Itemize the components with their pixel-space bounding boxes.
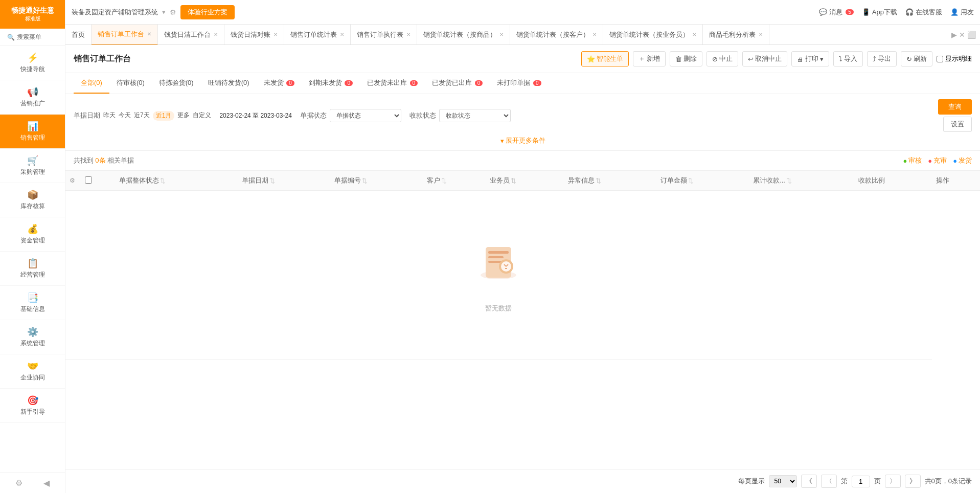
tab-close-icon[interactable]: ✕ — [406, 32, 411, 37]
col-checkbox — [81, 171, 115, 191]
subtab-not-shipped[interactable]: 未发货 0 — [257, 73, 302, 94]
ship-action-button[interactable]: ● 发货 — [953, 156, 972, 165]
date-more[interactable]: 更多 — [177, 111, 190, 121]
sort-exception[interactable]: 异常信息 ⇅ — [568, 176, 652, 185]
date-7days[interactable]: 近7天 — [134, 111, 150, 121]
per-page-select[interactable]: 50 20 100 — [769, 475, 797, 487]
sort-customer[interactable]: 客户 ⇅ — [427, 176, 482, 185]
subtab-expired-label: 到期未发货 — [309, 79, 342, 86]
sidebar-item-basic[interactable]: 📑 基础信息 — [0, 286, 65, 320]
tab-scroll-right-icon[interactable]: ▶ — [951, 31, 957, 39]
settings-icon[interactable]: ⚙ — [15, 478, 22, 488]
delete-button[interactable]: 🗑 删除 — [670, 51, 702, 66]
tab-close-icon[interactable]: ✕ — [147, 31, 151, 37]
sidebar-item-inventory[interactable]: 📦 库存核算 — [0, 183, 65, 217]
online-service-button[interactable]: 🎧 在线客服 — [905, 8, 942, 17]
subtab-wangpu[interactable]: 旺铺待发货(0) — [201, 73, 257, 94]
tab-sales-workbench[interactable]: 销售订单工作台 ✕ — [92, 25, 158, 45]
sidebar-item-sales[interactable]: 📊 销售管理 — [0, 115, 65, 149]
subtab-all[interactable]: 全部(0) — [74, 73, 109, 94]
tab-sales-exec[interactable]: 销售订单执行表 ✕ — [351, 25, 417, 45]
export-button[interactable]: ⤴ 导出 — [867, 51, 897, 66]
tab-close-icon[interactable]: ✕ — [274, 32, 278, 37]
app-download-button[interactable]: 📱 App下载 — [862, 8, 897, 17]
tab-close-all-icon[interactable]: ✕ — [959, 31, 965, 39]
subtab-pending-inspect[interactable]: 待拣验货(0) — [152, 73, 201, 94]
status-select[interactable]: 单据状态 — [330, 109, 401, 122]
stop-button[interactable]: ⊘ 中止 — [706, 51, 738, 66]
payment-select[interactable]: 收款状态 — [439, 109, 511, 122]
tab-close-icon[interactable]: ✕ — [592, 32, 597, 37]
prev-page-button[interactable]: 〈 — [821, 475, 837, 488]
tab-cash-daily[interactable]: 钱货日清工作台 ✕ — [158, 25, 224, 45]
sort-number[interactable]: 单据编号 ⇅ — [334, 176, 419, 185]
tab-fullscreen-icon[interactable]: ⬜ — [967, 31, 976, 39]
date-1month[interactable]: 近1月 — [153, 111, 175, 121]
tab-close-icon[interactable]: ✕ — [499, 32, 504, 37]
sidebar-item-quick-nav[interactable]: ⚡ 快捷导航 — [0, 46, 65, 80]
subtab-shipped-not-out[interactable]: 已发货未出库 0 — [360, 73, 425, 94]
show-detail-checkbox[interactable]: 显示明细 — [937, 54, 972, 63]
sort-status[interactable]: 单据整体状态 ⇅ — [119, 176, 234, 185]
tab-home[interactable]: 首页 — [65, 25, 92, 45]
unreview-action-button[interactable]: ● 充审 — [928, 156, 947, 165]
col-gear[interactable]: ⚙ — [65, 171, 81, 191]
date-today[interactable]: 今天 — [119, 111, 131, 121]
message-button[interactable]: 💬 消息 5 — [819, 8, 854, 17]
print-icon: 🖨 — [797, 55, 804, 63]
tab-close-icon[interactable]: ✕ — [214, 32, 218, 37]
cancel-stop-button[interactable]: ↩ 取消中止 — [742, 51, 787, 66]
solution-button[interactable]: 体验行业方案 — [180, 5, 235, 19]
page-suffix: 页 — [874, 477, 881, 486]
collapse-icon[interactable]: ◀ — [43, 478, 50, 488]
sort-date[interactable]: 单据日期 ⇅ — [242, 176, 326, 185]
sidebar-item-operation[interactable]: 📋 经营管理 — [0, 252, 65, 286]
tab-product-margin[interactable]: 商品毛利分析表 ✕ — [703, 25, 769, 45]
first-page-button[interactable]: 《 — [801, 475, 817, 488]
sort-staff[interactable]: 业务员 ⇅ — [490, 176, 559, 185]
new-button[interactable]: ＋ 新增 — [633, 51, 666, 66]
topbar-gear-icon[interactable]: ⚙ — [170, 8, 176, 16]
date-custom[interactable]: 自定义 — [193, 111, 211, 121]
subtab-not-printed[interactable]: 未打印单据 0 — [490, 73, 548, 94]
next-page-button[interactable]: 〉 — [885, 475, 901, 488]
subtab-shipped-out[interactable]: 已发货已出库 0 — [425, 73, 490, 94]
sidebar-item-purchase[interactable]: 🛒 采购管理 — [0, 149, 65, 183]
page-number-input[interactable] — [852, 476, 870, 487]
tab-sales-stat-product[interactable]: 销货单统计表（按商品） ✕ — [417, 25, 510, 45]
sidebar-item-system[interactable]: ⚙️ 系统管理 — [0, 320, 65, 354]
sidebar-item-guide[interactable]: 🎯 新手引导 — [0, 389, 65, 423]
sidebar-item-marketing[interactable]: 📢 营销推广 — [0, 80, 65, 115]
select-all-checkbox[interactable] — [85, 176, 92, 184]
refresh-button[interactable]: ↻ 刷新 — [901, 51, 932, 66]
sidebar-search[interactable]: 🔍 搜索菜单 — [0, 29, 65, 46]
date-range-filter: 2023-02-24 至 2023-03-24 — [219, 111, 291, 120]
tab-cash-reconcile[interactable]: 钱货日清对账 ✕ — [224, 25, 284, 45]
tab-sales-stat-staff[interactable]: 销货单统计表（按业务员） ✕ — [603, 25, 703, 45]
col-staff-label: 业务员 — [490, 176, 510, 185]
sidebar-item-finance[interactable]: 💰 资金管理 — [0, 217, 65, 252]
sidebar-item-enterprise[interactable]: 🤝 企业协同 — [0, 354, 65, 389]
expand-filter-button[interactable]: ▾ 展开更多条件 — [500, 136, 545, 145]
tab-sales-stat[interactable]: 销售订单统计表 ✕ — [284, 25, 351, 45]
query-button[interactable]: 查询 — [938, 99, 972, 115]
user-menu-button[interactable]: 👤 用友 — [950, 8, 974, 17]
set-button[interactable]: 设置 — [943, 117, 972, 132]
import-button[interactable]: ⤵ 导入 — [833, 51, 863, 66]
topbar-dropdown-icon[interactable]: ▾ — [162, 8, 166, 16]
sort-received[interactable]: 累计收款... ⇅ — [753, 176, 850, 185]
tab-close-icon[interactable]: ✕ — [340, 32, 344, 37]
tab-close-icon[interactable]: ✕ — [759, 32, 763, 37]
smart-create-button[interactable]: ⭐ 智能生单 — [581, 51, 629, 66]
sort-amount[interactable]: 订单金额 ⇅ — [660, 176, 745, 185]
subtab-pending-review[interactable]: 待审核(0) — [109, 73, 152, 94]
date-yesterday[interactable]: 昨天 — [103, 111, 116, 121]
subtab-expired-not-shipped[interactable]: 到期未发货 0 — [302, 73, 360, 94]
tab-sales-stat-customer[interactable]: 销货单统计表（按客户） ✕ — [510, 25, 603, 45]
review-action-button[interactable]: ● 审核 — [903, 156, 922, 165]
last-page-button[interactable]: 》 — [905, 475, 921, 488]
print-button[interactable]: 🖨 打印 ▾ — [791, 51, 829, 66]
col-staff: 业务员 ⇅ — [486, 171, 563, 191]
show-detail-input[interactable] — [937, 56, 943, 62]
tab-close-icon[interactable]: ✕ — [692, 32, 696, 37]
